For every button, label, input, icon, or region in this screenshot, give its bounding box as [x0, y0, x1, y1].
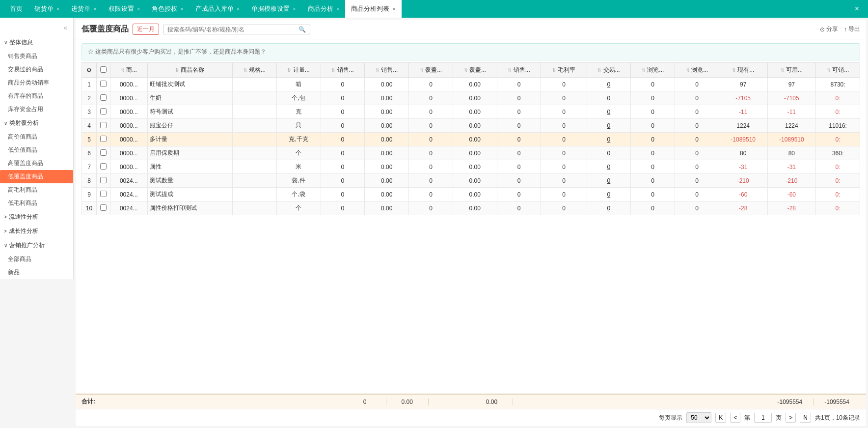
close-icon[interactable]: ×: [293, 6, 296, 12]
nav-product-analysis-list[interactable]: 商品分析列表 ×: [345, 0, 401, 18]
row-code: 0000...: [110, 78, 148, 91]
row-sales-qty: 0: [321, 119, 365, 133]
row-coverage1: 0: [409, 146, 453, 160]
search-icon[interactable]: 🔍: [298, 26, 306, 33]
sidebar-item-all-products[interactable]: 全部商品: [0, 253, 73, 266]
prev-page-button[interactable]: <: [730, 413, 740, 423]
row-sales-num: 0: [497, 78, 541, 91]
col-sales-amt[interactable]: ⇅ 销售...: [365, 63, 409, 78]
select-all-checkbox[interactable]: [100, 66, 107, 73]
row-sales-qty: 0: [321, 78, 365, 91]
col-available[interactable]: ⇅ 可销...: [816, 63, 860, 78]
nav-finished-goods[interactable]: 产成品入库单 ×: [190, 0, 245, 18]
row-checkbox[interactable]: [97, 91, 110, 105]
sort-icon: ⇅: [781, 68, 785, 73]
table-wrapper[interactable]: ⚙ ⇅ 商... ⇅ 商品名称 ⇅ 规格... ⇅ 计量... ⇅ 销售... …: [76, 62, 866, 394]
sidebar-item-category-turnover[interactable]: 商品分类动销率: [0, 76, 73, 89]
first-page-button[interactable]: K: [715, 413, 726, 423]
row-unit: 箱: [276, 78, 321, 91]
last-page-button[interactable]: N: [800, 413, 811, 423]
sidebar-item-high-value[interactable]: 高价值商品: [0, 130, 73, 143]
row-checkbox[interactable]: [97, 188, 110, 201]
col-checkbox[interactable]: [97, 63, 110, 78]
share-button[interactable]: ⊙ 分享: [820, 25, 838, 33]
sidebar-item-stocked-products[interactable]: 有库存的商品: [0, 89, 73, 103]
col-unit[interactable]: ⇅ 计量...: [276, 63, 321, 78]
sidebar-item-high-coverage[interactable]: 高覆盖度商品: [0, 157, 73, 170]
row-checkbox[interactable]: [97, 105, 110, 119]
row-checkbox[interactable]: [97, 133, 110, 146]
col-settings[interactable]: ⚙: [82, 63, 97, 78]
row-unit: 克,千克: [276, 133, 321, 146]
row-checkbox[interactable]: [97, 146, 110, 160]
export-icon: ↑: [844, 26, 847, 33]
sidebar-section-liquidity[interactable]: > 流通性分析: [0, 210, 73, 224]
row-unit: 米: [276, 160, 321, 174]
sidebar-section-growth[interactable]: > 成长性分析: [0, 224, 73, 238]
close-icon[interactable]: ×: [237, 6, 240, 12]
row-checkbox[interactable]: [97, 201, 110, 215]
total-records-label: 共1页，10条记录: [815, 414, 860, 422]
nav-product-analysis[interactable]: 商品分析 ×: [302, 0, 345, 18]
col-view2[interactable]: ⇅ 浏览...: [675, 63, 719, 78]
row-sales-num: 0: [497, 146, 541, 160]
per-page-select[interactable]: 50 20 100: [686, 412, 711, 423]
sidebar-section-coverage[interactable]: ∨ 类射覆分析: [0, 116, 73, 130]
col-trade[interactable]: ⇅ 交易...: [587, 63, 631, 78]
sidebar-section-marketing[interactable]: ∨ 营销推广分析: [0, 238, 73, 253]
search-input[interactable]: [167, 26, 297, 33]
col-stock1[interactable]: ⇅ 现有...: [719, 63, 767, 78]
col-sales-num[interactable]: ⇅ 销售...: [497, 63, 541, 78]
col-view1[interactable]: ⇅ 浏览...: [631, 63, 675, 78]
close-icon[interactable]: ×: [336, 6, 339, 12]
row-trade: 0: [587, 174, 631, 188]
row-sales-num: 0: [497, 133, 541, 146]
nav-template-settings[interactable]: 单据模板设置 ×: [245, 0, 301, 18]
content-header: 低覆盖度商品 近一月 🔍 ⊙ 分享 ↑ 导出: [76, 20, 866, 39]
row-checkbox[interactable]: [97, 160, 110, 174]
nav-purchase-order[interactable]: 进货单 ×: [65, 0, 102, 18]
col-spec[interactable]: ⇅ 规格...: [232, 63, 276, 78]
sidebar-section-overview[interactable]: ∨ 整体信息: [0, 35, 73, 50]
time-filter-button[interactable]: 近一月: [133, 24, 159, 35]
close-icon[interactable]: ×: [93, 6, 96, 12]
search-box: 🔍: [163, 25, 310, 34]
row-checkbox[interactable]: [97, 174, 110, 188]
row-checkbox[interactable]: [97, 119, 110, 133]
close-icon[interactable]: ×: [56, 6, 59, 12]
row-name: 多计量: [147, 133, 232, 146]
row-code: 0000...: [110, 160, 148, 174]
row-checkbox[interactable]: [97, 78, 110, 91]
col-code[interactable]: ⇅ 商...: [110, 63, 148, 78]
close-icon[interactable]: ×: [137, 6, 140, 12]
col-coverage2[interactable]: ⇅ 覆盖...: [453, 63, 497, 78]
sidebar-collapse-button[interactable]: «: [61, 22, 69, 33]
sidebar-item-low-margin[interactable]: 低毛利商品: [0, 197, 73, 210]
sidebar: « ∨ 整体信息 销售类商品 交易过的商品 商品分类动销率 有库存的商品 库存资…: [0, 18, 74, 279]
next-page-button[interactable]: >: [786, 413, 796, 423]
close-icon[interactable]: ×: [180, 6, 183, 12]
sort-icon: ⇅: [121, 68, 125, 73]
sidebar-item-high-margin[interactable]: 高毛利商品: [0, 183, 73, 197]
export-button[interactable]: ↑ 导出: [844, 25, 860, 33]
window-close-button[interactable]: ×: [850, 4, 864, 13]
col-stock2[interactable]: ⇅ 可用...: [767, 63, 816, 78]
nav-permissions[interactable]: 权限设置 ×: [103, 0, 146, 18]
col-coverage1[interactable]: ⇅ 覆盖...: [409, 63, 453, 78]
sidebar-item-stock-capital[interactable]: 库存资金占用: [0, 103, 73, 116]
sidebar-item-sales-products[interactable]: 销售类商品: [0, 50, 73, 63]
row-no: 9: [82, 188, 97, 201]
sidebar-item-low-coverage[interactable]: 低覆盖度商品: [0, 170, 73, 183]
sidebar-item-traded-products[interactable]: 交易过的商品: [0, 63, 73, 76]
col-sales-qty[interactable]: ⇅ 销售...: [321, 63, 365, 78]
sidebar-item-new-products[interactable]: 新品: [0, 266, 73, 279]
nav-home[interactable]: 首页: [4, 0, 28, 18]
col-margin[interactable]: ⇅ 毛利率: [541, 63, 587, 78]
col-name[interactable]: ⇅ 商品名称: [147, 63, 232, 78]
page-number-input[interactable]: [754, 413, 772, 423]
nav-roles[interactable]: 角色授权 ×: [146, 0, 189, 18]
sidebar-item-low-value[interactable]: 低价值商品: [0, 143, 73, 157]
row-no: 2: [82, 91, 97, 105]
nav-sales-order[interactable]: 销货单 ×: [28, 0, 65, 18]
close-icon[interactable]: ×: [392, 6, 395, 12]
